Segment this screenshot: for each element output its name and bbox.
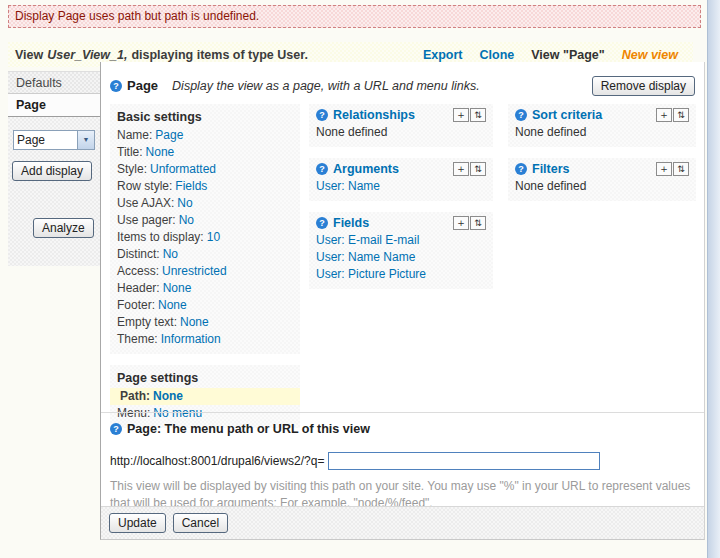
display-title: Page [127,78,158,93]
new-view-link[interactable]: New view [622,48,678,62]
chevron-down-icon[interactable]: ▼ [77,131,94,149]
filters-empty-text: None defined [515,178,689,195]
setting-value-link[interactable]: 10 [207,230,220,244]
setting-row-use-pager: Use pager:No [117,212,293,229]
setting-row-distinct: Distinct:No [117,246,293,263]
sidebar-panel: Page ▼ Add display Analyze [8,117,100,266]
help-icon[interactable]: ? [110,423,122,435]
display-sidebar: Defaults Page Page ▼ Add display Analyze [8,71,100,266]
cancel-button[interactable]: Cancel [173,513,228,533]
rearrange-icon[interactable]: ⇅ [470,108,486,122]
display-type-select[interactable]: Page ▼ [13,130,95,150]
view-summary-suffix: displaying items of type User. [131,48,307,62]
view-page-link[interactable]: View "Page" [531,48,604,62]
setting-row-theme: Theme:Information [117,331,293,348]
setting-value-link[interactable]: None [163,281,192,295]
add-icon[interactable]: + [453,216,469,230]
update-button[interactable]: Update [109,513,166,533]
arguments-title-link[interactable]: Arguments [333,162,399,176]
display-settings-panel: ? Page Display the view as a page, with … [100,62,705,540]
page-settings-box: Page settings Path:None Menu:No menu [110,365,300,428]
rearrange-icon[interactable]: ⇅ [470,162,486,176]
clone-link[interactable]: Clone [480,48,515,62]
setting-row-items-to-display: Items to display:10 [117,229,293,246]
add-display-button[interactable]: Add display [12,161,92,181]
add-icon[interactable]: + [656,162,672,176]
setting-row-access: Access:Unrestricted [117,263,293,280]
setting-value-link[interactable]: Unformatted [150,162,216,176]
relationships-box: ? Relationships + ⇅ None defined [309,104,493,147]
setting-value-link[interactable]: Information [161,332,221,346]
browser-scrollbar[interactable] [707,0,720,558]
rearrange-icon[interactable]: ⇅ [673,162,689,176]
form-separator [101,412,704,413]
add-icon[interactable]: + [453,108,469,122]
right-column: ? Sort criteria + ⇅ None defined ? Filte… [508,104,696,439]
basic-settings-column: Basic settings Name:Page Title:None Styl… [110,104,300,439]
settings-columns: Basic settings Name:Page Title:None Styl… [110,104,696,439]
filters-title-link[interactable]: Filters [532,162,570,176]
field-item-link[interactable]: User: Name Name [316,249,486,266]
setting-value-link[interactable]: No [177,196,192,210]
add-icon[interactable]: + [453,162,469,176]
view-name: User_View_1, [47,48,127,62]
export-link[interactable]: Export [423,48,463,62]
help-icon[interactable]: ? [316,109,328,121]
path-input-row: http://localhost:8001/drupal6/views2/?q= [110,452,694,470]
tab-defaults[interactable]: Defaults [8,71,100,94]
rearrange-icon[interactable]: ⇅ [470,216,486,230]
setting-row-header: Header:None [117,280,293,297]
setting-value-link[interactable]: Fields [175,179,207,193]
display-description: Display the view as a page, with a URL a… [172,79,480,93]
relationships-title-link[interactable]: Relationships [333,108,415,122]
page-settings-title: Page settings [117,369,293,388]
setting-row-use-ajax: Use AJAX:No [117,195,293,212]
setting-row-menu: Menu:No menu [117,405,293,422]
setting-value-link[interactable]: None [180,315,209,329]
arguments-box: ? Arguments + ⇅ User: Name [309,158,493,201]
fields-box: ? Fields + ⇅ User: E-mail E-mail User: N… [309,212,493,289]
fields-title-link[interactable]: Fields [333,216,369,230]
basic-settings-title: Basic settings [117,108,293,127]
path-form-heading: ? Page: The menu path or URL of this vie… [110,422,694,436]
path-input[interactable] [328,452,600,470]
help-icon[interactable]: ? [316,217,328,229]
remove-display-button[interactable]: Remove display [592,76,695,96]
filters-box: ? Filters + ⇅ None defined [508,158,696,201]
field-item-link[interactable]: User: E-mail E-mail [316,232,486,249]
help-icon[interactable]: ? [515,109,527,121]
setting-value-link[interactable]: No menu [153,406,202,420]
setting-value-link[interactable]: None [158,298,187,312]
view-summary-prefix: View [15,48,43,62]
setting-row-title: Title:None [117,144,293,161]
setting-row-style: Style:Unformatted [117,161,293,178]
argument-item-link[interactable]: User: Name [316,178,486,195]
url-prefix-label: http://localhost:8001/drupal6/views2/?q= [110,454,324,468]
setting-value-link[interactable]: Unrestricted [162,264,227,278]
error-message: Display Page uses path but path is undef… [8,5,701,28]
setting-row-footer: Footer:None [117,297,293,314]
help-icon[interactable]: ? [110,80,122,92]
help-icon[interactable]: ? [316,163,328,175]
tab-page[interactable]: Page [8,94,100,117]
sort-criteria-box: ? Sort criteria + ⇅ None defined [508,104,696,147]
middle-column: ? Relationships + ⇅ None defined ? Argum… [309,104,493,439]
path-form: ? Page: The menu path or URL of this vie… [110,422,694,512]
setting-row-path: Path:None [110,388,300,405]
setting-value-link[interactable]: No [179,213,194,227]
setting-value-link[interactable]: No [163,247,178,261]
field-item-link[interactable]: User: Picture Picture [316,266,486,283]
setting-row-empty-text: Empty text:None [117,314,293,331]
sort-criteria-title-link[interactable]: Sort criteria [532,108,602,122]
rearrange-icon[interactable]: ⇅ [673,108,689,122]
analyze-button[interactable]: Analyze [33,218,94,238]
relationships-empty-text: None defined [316,124,486,141]
view-summary-text: View User_View_1, displaying items of ty… [15,48,308,62]
setting-value-link[interactable]: None [153,389,183,403]
sort-criteria-empty-text: None defined [515,124,689,141]
help-icon[interactable]: ? [515,163,527,175]
view-actions: Export Clone View "Page" New view [423,48,678,62]
setting-value-link[interactable]: None [146,145,175,159]
setting-value-link[interactable]: Page [155,128,183,142]
add-icon[interactable]: + [656,108,672,122]
